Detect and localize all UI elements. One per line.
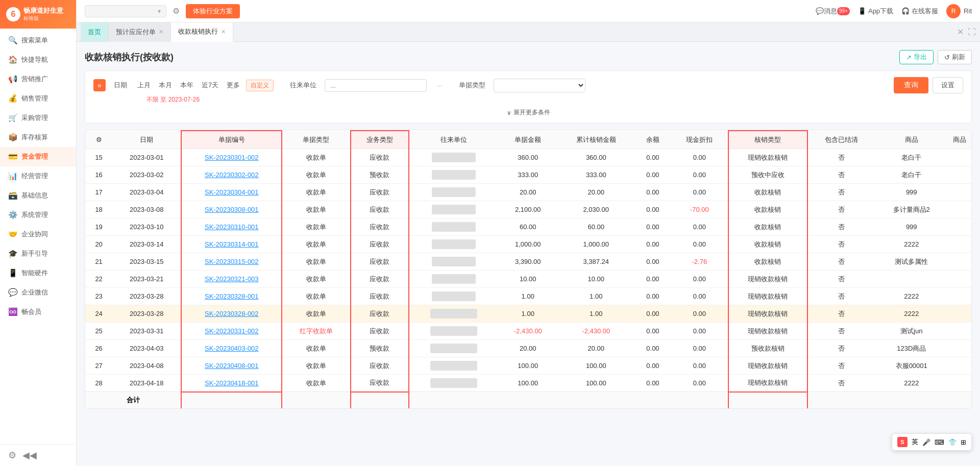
mic-icon[interactable]: 🎤 [922,438,930,446]
gear-icon[interactable]: ⚙ [173,6,180,16]
sidebar-item-search[interactable]: 🔍 搜索菜单 [0,31,76,50]
cell-settled: 否 [807,166,875,184]
app-download[interactable]: 📱 App下载 [858,7,893,16]
sidebar-item-member[interactable]: ♾️ 畅会员 [0,302,76,322]
online-service[interactable]: 🎧 在线客服 [901,7,938,16]
cell-goods: 衣服00001 [875,357,948,375]
col-settings[interactable]: ⚙ [85,131,112,149]
date-btn-this-year[interactable]: 本年 [178,80,195,91]
expand-tab-icon[interactable]: ⛶ [968,28,976,37]
cell-discount: 0.00 [671,357,728,375]
cell-num: 19 [85,218,112,236]
date-btn-7days[interactable]: 近7天 [200,80,220,91]
cell-goods2 [948,149,971,166]
partner-label: 往来单位 [290,81,316,90]
table-row: 21 2023-03-15 SK-20230315-002 收款单 应收款 BL… [85,253,971,271]
col-verify-type: 核销类型 [728,131,807,149]
sidebar-item-marketing[interactable]: 📢 营销推广 [0,69,76,89]
refresh-button[interactable]: ↺ 刷新 [938,50,972,64]
grid-icon[interactable]: ⊞ [961,438,966,446]
col-goods2: 商品 [948,131,971,149]
settings-button[interactable]: 设置 [933,77,963,93]
cell-verified: 60.00 [557,218,634,236]
cell-discount: 0.00 [671,236,728,253]
footer-col-partner [409,392,498,409]
sidebar-item-purchase[interactable]: 🛒 采购管理 [0,108,76,128]
close-all-icon[interactable]: ✕ [957,27,964,37]
sidebar-item-finance[interactable]: 💳 资金管理 [0,147,76,166]
cell-doc-no[interactable]: SK-20230321-003 [181,271,282,288]
sidebar-item-label: 畅会员 [21,307,41,316]
query-button[interactable]: 查询 [894,77,928,93]
sidebar-item-ops[interactable]: 📊 经营管理 [0,166,76,186]
cell-doc-no[interactable]: SK-20230310-001 [181,218,282,236]
cell-doc-no[interactable]: SK-20230418-001 [181,375,282,392]
refresh-icon: ↺ [944,54,950,61]
cell-doc-no[interactable]: SK-20230331-002 [181,323,282,340]
pending-tab-close[interactable]: ✕ [159,29,163,35]
cell-doc-no[interactable]: SK-20230328-001 [181,288,282,305]
date-btn-this-month[interactable]: 本月 [157,80,174,91]
cell-date: 2023-03-14 [112,236,181,253]
cell-verify-type: 现销收款核销 [728,271,807,288]
cell-doc-no[interactable]: SK-20230408-001 [181,357,282,375]
cell-num: 24 [85,305,112,323]
cell-doc-type: 收款单 [282,149,350,166]
collection-tab-close[interactable]: ✕ [221,29,226,35]
cell-partner: BLURRED13 [409,357,498,375]
sidebar-item-quick[interactable]: 🏠 快捷导航 [0,50,76,69]
expand-more-button[interactable]: ∨ 展开更多条件 [93,108,963,117]
sidebar-item-corp[interactable]: 🤝 企业协同 [0,225,76,244]
col-biz-type: 业务类型 [351,131,409,149]
filter-toggle-button[interactable]: » [93,79,106,91]
partner-input[interactable] [325,79,427,92]
cell-goods2 [948,375,971,392]
cell-balance: 0.00 [634,271,671,288]
sidebar-item-hardware[interactable]: 📱 智能硬件 [0,263,76,283]
sidebar-item-wechat[interactable]: 💬 企业微信 [0,283,76,302]
cell-doc-no[interactable]: SK-20230328-002 [181,305,282,323]
cell-amount: 60.00 [498,218,557,236]
cell-doc-no[interactable]: SK-20230308-001 [181,201,282,218]
date-btn-more[interactable]: 更多 [225,80,242,91]
keyboard-icon[interactable]: ⌨ [935,438,944,446]
cell-num: 21 [85,253,112,271]
user-area[interactable]: R Rit [946,4,972,18]
sidebar-item-guide[interactable]: 🎓 新手引导 [0,244,76,263]
date-custom-button[interactable]: 自定义 [246,80,274,91]
sidebar-item-system[interactable]: ⚙️ 系统管理 [0,205,76,225]
cell-settled: 否 [807,236,875,253]
footer-col-discount [671,392,728,409]
tab-collection[interactable]: 收款核销执行 ✕ [171,22,233,42]
sidebar-item-inventory[interactable]: 📦 库存核算 [0,128,76,147]
cell-doc-no[interactable]: SK-20230315-002 [181,253,282,271]
cell-partner: BLURRED12 [409,340,498,357]
sidebar-item-sales[interactable]: 💰 销售管理 [0,89,76,108]
cell-goods: 老白干 [875,149,948,166]
pending-tab-label: 预计应应付单 [116,28,156,37]
table-row: 22 2023-03-21 SK-20230321-003 收款单 应收款 BL… [85,271,971,288]
doc-type-select[interactable] [494,79,585,92]
dropdown-icon[interactable]: ▾ [158,8,161,15]
cell-amount: 3,390.00 [498,253,557,271]
shirt-icon[interactable]: 👕 [948,438,957,446]
settings-icon[interactable]: ⚙ [8,450,16,461]
tab-pending[interactable]: 预计应应付单 ✕ [109,22,171,42]
sougou-text: 英 [912,437,918,447]
cell-doc-no[interactable]: SK-20230301-002 [181,149,282,166]
cell-goods: 123D商品 [875,340,948,357]
cell-biz-type: 应收款 [351,375,409,392]
cell-doc-no[interactable]: SK-20230403-002 [181,340,282,357]
solution-button[interactable]: 体验行业方案 [186,4,240,18]
message-badge[interactable]: 💬 消息 99+ [816,7,850,16]
sidebar-item-basic[interactable]: 🗃️ 基础信息 [0,186,76,205]
cell-doc-no[interactable]: SK-20230314-001 [181,236,282,253]
collapse-icon[interactable]: ◀◀ [22,450,37,461]
cell-verify-type: 预收中应收 [728,166,807,184]
cell-doc-no[interactable]: SK-20230304-001 [181,184,282,201]
export-button[interactable]: ↗ 导出 [899,50,934,64]
cell-doc-no[interactable]: SK-20230302-002 [181,166,282,184]
tab-home[interactable]: 首页 [81,22,109,42]
date-btn-last-month[interactable]: 上月 [135,80,153,91]
cell-verify-type: 收款核销 [728,201,807,218]
